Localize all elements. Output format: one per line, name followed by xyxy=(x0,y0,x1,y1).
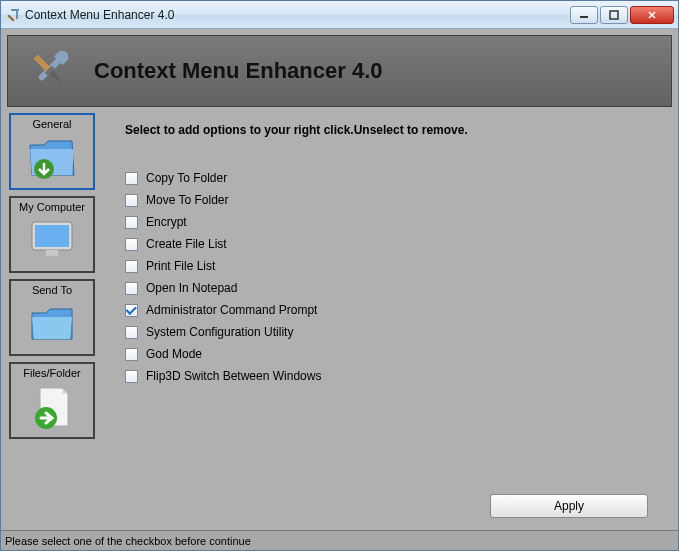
sidebar-item-filesfolder[interactable]: Files/Folder xyxy=(9,362,95,439)
body-row: General My Computer xyxy=(7,107,672,524)
checkbox[interactable] xyxy=(125,238,138,251)
svg-marker-8 xyxy=(49,70,65,86)
apply-button[interactable]: Apply xyxy=(490,494,648,518)
tools-icon xyxy=(22,43,76,100)
option-label: Move To Folder xyxy=(146,193,228,207)
sidebar-item-sendto[interactable]: Send To xyxy=(9,279,95,356)
main-panel: Select to add options to your right clic… xyxy=(97,113,672,524)
svg-rect-3 xyxy=(580,16,588,18)
sidebar: General My Computer xyxy=(7,113,97,524)
svg-rect-2 xyxy=(7,14,14,21)
content-area: Context Menu Enhancer 4.0 General xyxy=(1,29,678,530)
monitor-icon xyxy=(24,215,80,267)
option-row: Copy To Folder xyxy=(125,171,658,185)
checkbox[interactable] xyxy=(125,282,138,295)
option-row: System Configuration Utility xyxy=(125,325,658,339)
folder-icon xyxy=(24,298,80,350)
application-window: Context Menu Enhancer 4.0 xyxy=(0,0,679,551)
svg-rect-11 xyxy=(35,225,69,247)
sidebar-item-general[interactable]: General xyxy=(9,113,95,190)
minimize-button[interactable] xyxy=(570,6,598,24)
svg-rect-4 xyxy=(610,11,618,19)
sidebar-item-label: General xyxy=(32,118,71,130)
window-title: Context Menu Enhancer 4.0 xyxy=(25,8,570,22)
option-label: God Mode xyxy=(146,347,202,361)
svg-rect-13 xyxy=(40,256,64,259)
checkbox[interactable] xyxy=(125,326,138,339)
app-icon xyxy=(5,7,21,23)
option-row: Create File List xyxy=(125,237,658,251)
close-button[interactable] xyxy=(630,6,674,24)
option-label: Encrypt xyxy=(146,215,187,229)
checkbox[interactable] xyxy=(125,304,138,317)
header-title: Context Menu Enhancer 4.0 xyxy=(94,58,383,84)
sidebar-item-label: My Computer xyxy=(19,201,85,213)
option-row: Encrypt xyxy=(125,215,658,229)
svg-rect-12 xyxy=(46,250,58,256)
checkbox[interactable] xyxy=(125,172,138,185)
option-row: Open In Notepad xyxy=(125,281,658,295)
status-text: Please select one of the checkbox before… xyxy=(5,535,251,547)
svg-rect-1 xyxy=(16,9,18,19)
checkbox[interactable] xyxy=(125,370,138,383)
option-row: Flip3D Switch Between Windows xyxy=(125,369,658,383)
option-label: Create File List xyxy=(146,237,227,251)
window-controls xyxy=(570,6,674,24)
option-label: Administrator Command Prompt xyxy=(146,303,317,317)
sidebar-item-label: Send To xyxy=(32,284,72,296)
checkbox[interactable] xyxy=(125,216,138,229)
option-label: System Configuration Utility xyxy=(146,325,293,339)
checkbox[interactable] xyxy=(125,260,138,273)
sidebar-item-mycomputer[interactable]: My Computer xyxy=(9,196,95,273)
folder-download-icon xyxy=(24,132,80,184)
option-row: Print File List xyxy=(125,259,658,273)
instruction-text: Select to add options to your right clic… xyxy=(125,123,658,137)
option-label: Flip3D Switch Between Windows xyxy=(146,369,321,383)
option-row: Move To Folder xyxy=(125,193,658,207)
option-row: Administrator Command Prompt xyxy=(125,303,658,317)
checkbox[interactable] xyxy=(125,348,138,361)
option-label: Print File List xyxy=(146,259,215,273)
option-row: God Mode xyxy=(125,347,658,361)
option-label: Copy To Folder xyxy=(146,171,227,185)
option-label: Open In Notepad xyxy=(146,281,237,295)
statusbar: Please select one of the checkbox before… xyxy=(1,530,678,550)
maximize-button[interactable] xyxy=(600,6,628,24)
sidebar-item-label: Files/Folder xyxy=(23,367,80,379)
option-list: Copy To FolderMove To FolderEncryptCreat… xyxy=(125,171,658,383)
checkbox[interactable] xyxy=(125,194,138,207)
file-arrow-icon xyxy=(24,381,80,433)
header-banner: Context Menu Enhancer 4.0 xyxy=(7,35,672,107)
titlebar[interactable]: Context Menu Enhancer 4.0 xyxy=(1,1,678,29)
